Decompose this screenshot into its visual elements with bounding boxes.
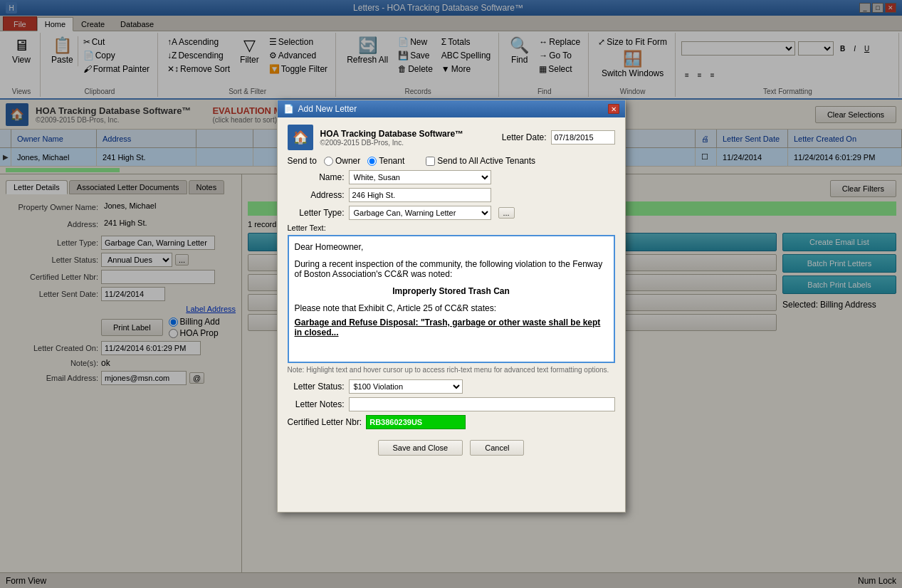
dialog-letter-status-select[interactable]: $100 Violation [349, 379, 463, 394]
letter-body2: Please note that Exhibit C, Article 25 o… [295, 303, 608, 313]
dialog-letter-notes-row: Letter Notes: [288, 397, 615, 411]
tenant-radio[interactable] [367, 157, 377, 166]
dialog-letter-notes-input[interactable] [349, 397, 615, 411]
letter-date-label: Letter Date: [502, 132, 547, 142]
letter-date-input[interactable] [551, 130, 615, 145]
dialog-name-row: Name: White, Susan [288, 170, 615, 184]
dialog-app-title: HOA Tracking Database Software™ [320, 129, 464, 139]
letter-violation: Improperly Stored Trash Can [295, 286, 608, 296]
owner-radio[interactable] [324, 157, 333, 166]
dialog-certified-row: Certified Letter Nbr: [288, 415, 615, 429]
letter-text-area[interactable]: Dear Homeowner, During a recent inspecti… [288, 235, 615, 363]
dialog-body: 🏠 HOA Tracking Database Software™ ©2009-… [278, 117, 625, 467]
dialog-app-header: 🏠 HOA Tracking Database Software™ ©2009-… [288, 125, 615, 150]
dialog-title-bar: 📄 Add New Letter ✕ [278, 100, 625, 117]
add-new-letter-dialog: 📄 Add New Letter ✕ 🏠 HOA Tracking Databa… [277, 100, 626, 513]
letter-text-hint: Note: Highlight text and hover cursor up… [288, 366, 615, 374]
dialog-close-btn[interactable]: ✕ [608, 104, 619, 114]
letter-salutation: Dear Homeowner, [295, 242, 608, 252]
dialog-letter-status-row: Letter Status: $100 Violation [288, 379, 615, 394]
dialog-overlay: 📄 Add New Letter ✕ 🏠 HOA Tracking Databa… [0, 0, 902, 588]
letter-text-label: Letter Text: [288, 224, 615, 232]
tenant-radio-label[interactable]: Tenant [367, 156, 404, 166]
dialog-address-input[interactable] [349, 188, 491, 202]
letter-body1: During a recent inspection of the commun… [295, 259, 608, 279]
owner-radio-label[interactable]: Owner [324, 156, 360, 166]
dialog-icon: 📄 [283, 104, 294, 114]
cancel-btn[interactable]: Cancel [470, 440, 524, 456]
send-to-row: Send to Owner Tenant Send to All Active … [288, 156, 615, 166]
letter-body3: Garbage and Refuse Disposal: "Trash, gar… [295, 317, 608, 337]
dialog-app-sub: ©2009-2015 DB-Pros, Inc. [320, 139, 464, 147]
certified-input[interactable] [366, 415, 466, 429]
dialog-footer: Save and Close Cancel [288, 433, 615, 460]
letter-type-browse-btn[interactable]: ... [498, 207, 515, 219]
dialog-app-logo: 🏠 [288, 125, 313, 150]
send-all-tenants-checkbox[interactable] [426, 157, 435, 166]
save-and-close-btn[interactable]: Save and Close [378, 440, 463, 456]
send-all-tenants-label[interactable]: Send to All Active Tenants [426, 156, 535, 166]
name-select[interactable]: White, Susan [349, 170, 491, 184]
dialog-title: Add New Letter [298, 104, 357, 114]
dialog-address-row: Address: [288, 188, 615, 202]
letter-type-select[interactable]: Garbage Can, Warning Letter [349, 206, 491, 220]
dialog-letter-type-row: Letter Type: Garbage Can, Warning Letter… [288, 206, 615, 220]
